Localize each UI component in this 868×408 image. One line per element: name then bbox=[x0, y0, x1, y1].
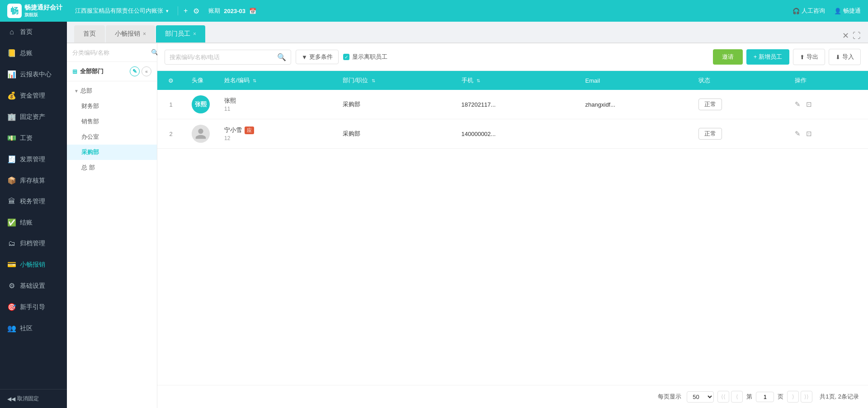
status-badge: 正常 bbox=[698, 98, 722, 110]
expense-icon: 💳 bbox=[7, 260, 16, 269]
data-table: ⚙ 头像 姓名/编码 ⇅ 部门/职位 ⇅ bbox=[157, 71, 868, 385]
next-page-btn[interactable]: ⟩ bbox=[787, 391, 799, 403]
dept-node-sales[interactable]: 销售部 bbox=[67, 114, 157, 129]
sidebar-item-closing[interactable]: ✅ 结账 bbox=[0, 212, 67, 233]
more-filter-btn[interactable]: ▼ 更多条件 bbox=[296, 50, 339, 64]
page-input[interactable] bbox=[756, 392, 774, 402]
dept-label-purchase: 采购部 bbox=[81, 148, 99, 156]
sidebar-item-reports[interactable]: 📊 云报表中心 bbox=[0, 64, 67, 85]
sort-icon-name: ⇅ bbox=[253, 78, 256, 83]
sidebar-item-home[interactable]: ⌂ 首页 bbox=[0, 22, 67, 42]
tab-home[interactable]: 首页 bbox=[74, 25, 105, 42]
sidebar-item-funds[interactable]: 💰 资金管理 bbox=[0, 85, 67, 106]
dept-search-input[interactable] bbox=[72, 49, 148, 56]
edit-icon[interactable]: ✎ bbox=[795, 130, 801, 138]
sidebar-item-archive[interactable]: 🗂 归档管理 bbox=[0, 233, 67, 254]
search-icon[interactable]: 🔍 bbox=[277, 53, 286, 61]
more-icon[interactable]: ⊡ bbox=[806, 100, 812, 108]
cell-no: 2 bbox=[157, 119, 184, 149]
support-btn[interactable]: 🎧 人工咨询 bbox=[793, 7, 825, 15]
sidebar-label-fixed-assets: 固定资产 bbox=[20, 113, 45, 121]
inventory-icon: 📦 bbox=[7, 176, 16, 185]
show-resigned-checkbox[interactable] bbox=[343, 54, 349, 60]
first-page-btn[interactable]: ⟨⟨ bbox=[717, 391, 729, 403]
sidebar: ⌂ 首页 📒 总账 📊 云报表中心 💰 资金管理 🏢 固定资产 💵 工资 🧾 发… bbox=[0, 22, 67, 408]
add-icon[interactable]: + bbox=[184, 7, 188, 15]
dept-node-general[interactable]: 总 部 bbox=[67, 160, 157, 175]
sidebar-item-fixed-assets[interactable]: 🏢 固定资产 bbox=[0, 106, 67, 127]
toolbar-right: 邀请 + 新增员工 ⬆ 导出 ⬇ 导入 bbox=[713, 49, 861, 65]
divider bbox=[178, 6, 178, 15]
page-content: 🔍 ⊞ 全部部门 ✎ « ▼ 总部 财务部 bbox=[67, 43, 868, 408]
more-icon[interactable]: ⊡ bbox=[806, 130, 812, 138]
company-selector[interactable]: 江西服宝精品有限责任公司内账张 ▾ bbox=[71, 5, 172, 17]
home-icon: ⌂ bbox=[7, 28, 16, 36]
expand-icon[interactable]: ⛶ bbox=[853, 31, 861, 41]
sidebar-item-invoice[interactable]: 🧾 发票管理 bbox=[0, 149, 67, 170]
th-name-code[interactable]: 姓名/编码 ⇅ bbox=[217, 71, 335, 90]
cell-name: 宁小雪 应 12 bbox=[217, 119, 335, 149]
unpin-btn[interactable]: ◀◀ 取消固定 bbox=[0, 389, 67, 408]
dept-node-root[interactable]: ▼ 总部 bbox=[67, 83, 157, 98]
badge-ying: 应 bbox=[245, 127, 254, 134]
sidebar-item-ledger[interactable]: 📒 总账 bbox=[0, 42, 67, 64]
sidebar-item-inventory[interactable]: 📦 库存核算 bbox=[0, 170, 67, 191]
gear-icon: ⚙ bbox=[7, 281, 16, 290]
sidebar-label-community: 社区 bbox=[20, 324, 33, 333]
last-page-btn[interactable]: ⟩⟩ bbox=[801, 391, 812, 403]
close-all-icon[interactable]: ✕ bbox=[842, 31, 849, 41]
th-phone[interactable]: 手机 ⇅ bbox=[454, 71, 578, 90]
sidebar-label-invoice: 发票管理 bbox=[20, 155, 45, 164]
dept-node-finance[interactable]: 财务部 bbox=[67, 98, 157, 114]
calendar-icon[interactable]: 📅 bbox=[249, 8, 256, 14]
period-label: 账期 bbox=[208, 7, 220, 15]
tab-expense[interactable]: 小畅报销 × bbox=[106, 25, 155, 42]
sidebar-label-settings: 基础设置 bbox=[20, 282, 45, 290]
period-value: 2023-03 bbox=[224, 8, 245, 14]
user-area[interactable]: 👤 畅捷通 bbox=[834, 7, 861, 15]
emp-code: 11 bbox=[224, 106, 328, 112]
sidebar-label-reports: 云报表中心 bbox=[20, 70, 52, 79]
payroll-icon: 💵 bbox=[7, 134, 16, 142]
dept-header: ⊞ 全部部门 ✎ « bbox=[67, 62, 157, 81]
dept-header-label: 全部部门 bbox=[80, 67, 104, 75]
dept-tree: ▼ 总部 财务部 销售部 办公室 采购部 bbox=[67, 81, 157, 177]
import-btn[interactable]: ⬇ 导入 bbox=[829, 49, 861, 65]
tab-dept-employee-close[interactable]: × bbox=[193, 31, 196, 37]
cell-phone: 140000002... bbox=[454, 119, 578, 149]
sidebar-item-tax[interactable]: 🏛 税务管理 bbox=[0, 191, 67, 212]
th-dept-position[interactable]: 部门/职位 ⇅ bbox=[335, 71, 454, 90]
tab-dept-employee[interactable]: 部门员工 × bbox=[156, 25, 205, 42]
prev-page-btn[interactable]: ⟨ bbox=[731, 391, 743, 403]
employee-search-input[interactable] bbox=[170, 54, 274, 61]
sidebar-item-guide[interactable]: 🎯 新手引导 bbox=[0, 296, 67, 318]
sidebar-label-payroll: 工资 bbox=[20, 134, 33, 142]
tab-expense-close[interactable]: × bbox=[143, 31, 146, 37]
sidebar-item-settings[interactable]: ⚙ 基础设置 bbox=[0, 275, 67, 296]
collapse-dept-btn[interactable]: « bbox=[142, 66, 151, 76]
chevron-down-icon: ▾ bbox=[166, 8, 169, 14]
sidebar-item-community[interactable]: 👥 社区 bbox=[0, 318, 67, 339]
sidebar-item-payroll[interactable]: 💵 工资 bbox=[0, 127, 67, 149]
settings-icon[interactable]: ⚙ bbox=[193, 7, 199, 15]
header-right: 🎧 人工咨询 👤 畅捷通 bbox=[793, 7, 861, 15]
add-employee-btn[interactable]: + 新增员工 bbox=[746, 49, 789, 65]
dept-toggle-root: ▼ bbox=[74, 89, 79, 94]
sidebar-item-expense[interactable]: 💳 小畅报销 bbox=[0, 254, 67, 275]
dept-node-office[interactable]: 办公室 bbox=[67, 129, 157, 145]
invite-btn[interactable]: 邀请 bbox=[713, 49, 743, 65]
avatar-icon: 👤 bbox=[834, 8, 841, 14]
th-settings[interactable]: ⚙ bbox=[157, 71, 184, 90]
add-dept-btn[interactable]: ✎ bbox=[130, 66, 140, 76]
table-row: 2 宁小雪 应 12 采购部140000002... 正常 ✎ ⊡ bbox=[157, 119, 868, 149]
sidebar-label-expense: 小畅报销 bbox=[20, 261, 45, 269]
cell-name: 张熙 11 bbox=[217, 90, 335, 119]
book-icon: 📒 bbox=[7, 49, 16, 57]
export-btn[interactable]: ⬆ 导出 bbox=[793, 49, 825, 65]
per-page-select[interactable]: 50 10 20 100 bbox=[687, 391, 714, 403]
dept-node-purchase[interactable]: 采购部 bbox=[67, 145, 157, 160]
edit-icon[interactable]: ✎ bbox=[795, 100, 801, 108]
user-name: 畅捷通 bbox=[843, 7, 861, 15]
cell-email bbox=[578, 119, 691, 149]
cell-email: zhangxidf... bbox=[578, 90, 691, 119]
